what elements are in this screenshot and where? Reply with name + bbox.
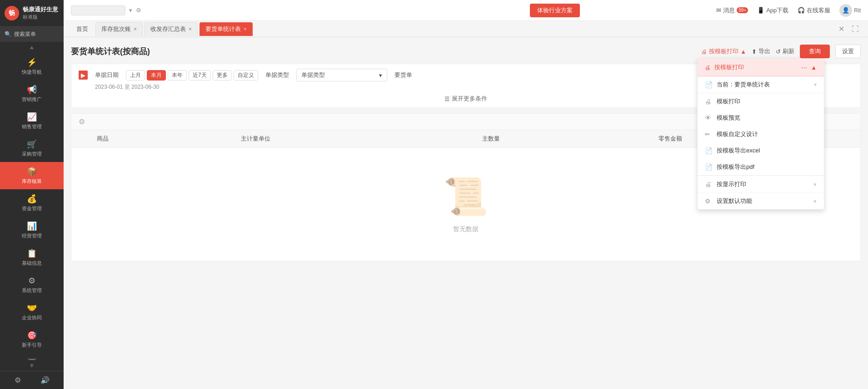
topbar-center: 体验行业方案	[394, 4, 716, 17]
tab-batch-account-close-icon[interactable]: ×	[134, 26, 137, 32]
date-btn-last-month[interactable]: 上月	[126, 70, 145, 81]
date-btn-more[interactable]: 更多	[213, 70, 232, 81]
collab-label: 企业协同	[22, 314, 42, 321]
query-btn[interactable]: 查询	[800, 45, 830, 58]
sidebar-item-basic[interactable]: 📋 基础信息	[0, 244, 64, 271]
sidebar-item-marketing[interactable]: 📢 营销推广	[0, 80, 64, 107]
win-expand-btn[interactable]: ⛶	[850, 24, 861, 34]
print-label: 按模板打印	[709, 47, 738, 56]
app-logo-icon: 畅	[5, 6, 19, 20]
speaker-bottom-icon[interactable]: 🔊	[40, 376, 50, 384]
operation-label: 经营管理	[22, 232, 42, 239]
default-func-left: ⚙ 设置默认功能	[705, 197, 752, 205]
system-label: 系统管理	[22, 287, 42, 294]
date-btn-custom[interactable]: 自定义	[234, 70, 258, 81]
dropdown-export-pdf[interactable]: 📄 按模板导出pdf	[698, 159, 824, 175]
dropdown-export-excel[interactable]: 📄 按模板导出excel	[698, 142, 824, 159]
template-design-icon: ✏	[705, 131, 712, 138]
settings-bottom-icon[interactable]: ⚙	[15, 376, 21, 384]
app-download-btn[interactable]: 📱 App下载	[757, 6, 788, 15]
refresh-btn[interactable]: ↺ 刷新	[776, 47, 794, 56]
date-btn-this-month[interactable]: 本月	[147, 70, 166, 81]
tab-order-stats[interactable]: 要货单统计表 ×	[200, 22, 253, 36]
dropdown-template-design[interactable]: ✏ 模板自定义设计	[698, 126, 824, 142]
user-name: Rit	[854, 7, 861, 14]
table-settings-icon[interactable]: ⚙	[79, 117, 85, 126]
export-icon: ⬆	[752, 48, 757, 55]
type-filter-select[interactable]: 单据类型 ▾	[296, 69, 387, 81]
sidebar-item-apps[interactable]: 🔲 应用中心	[0, 353, 64, 360]
dropdown-template-preview[interactable]: 👁 模板预览	[698, 110, 824, 126]
brand-name: 畅康通好生意	[23, 5, 58, 14]
app-download-label: App下载	[766, 6, 788, 15]
tab-receipt-summary-close-icon[interactable]: ×	[189, 26, 192, 32]
purchase-label: 采购管理	[22, 151, 42, 157]
sidebar-item-guide[interactable]: 🎯 新手引导	[0, 326, 64, 353]
print-icon: 🖨	[701, 48, 707, 55]
type-filter-value: 单据类型	[301, 71, 325, 79]
default-func-label: 设置默认功能	[717, 197, 752, 205]
settings-btn[interactable]: 设置	[835, 45, 861, 58]
breadcrumb-input[interactable]	[71, 5, 125, 15]
template-design-label: 模板自定义设计	[717, 130, 758, 138]
date-btn-this-year[interactable]: 本年	[168, 70, 187, 81]
sidebar-item-system[interactable]: ⚙ 系统管理	[0, 271, 64, 298]
online-service-label: 在线客服	[807, 6, 830, 15]
filter-expand-arrow[interactable]: ▶	[79, 71, 88, 80]
settings-topbar-icon[interactable]: ⚙	[136, 7, 141, 14]
expand-label: 展开更多条件	[452, 95, 487, 103]
dropdown-header[interactable]: 🖨 按模板打印 ⋯ ▲	[698, 59, 824, 76]
current-arrow-icon: ▾	[814, 81, 817, 88]
sidebar-item-sales[interactable]: 📈 销售管理	[0, 107, 64, 135]
export-pdf-icon: 📄	[705, 163, 712, 171]
marketing-icon: 📢	[27, 85, 37, 95]
tab-batch-account[interactable]: 库存批次账 ×	[95, 22, 143, 36]
sidebar-item-purchase[interactable]: 🛒 采购管理	[0, 135, 64, 162]
finance-icon: 💰	[27, 194, 37, 204]
user-area[interactable]: 👤 Rit	[839, 4, 861, 17]
tab-order-stats-close-icon[interactable]: ×	[244, 26, 247, 32]
dropdown-current-item[interactable]: 📄 当前：要货单统计表 ▾	[698, 76, 824, 93]
sidebar-search[interactable]: 🔍 搜索菜单	[0, 27, 64, 42]
scroll-down-btn[interactable]: ▼	[0, 360, 64, 371]
page-actions: 🖨 按模板打印 ▲ ⬆ 导出 ↺ 刷新 🖨	[701, 45, 861, 58]
dropdown-header-left: 🖨 按模板打印	[705, 63, 744, 71]
col-quantity: 主数量	[475, 130, 651, 148]
refresh-label: 刷新	[783, 47, 794, 56]
sidebar-item-inventory[interactable]: 📦 库存核算	[0, 162, 64, 189]
win-close-btn[interactable]: ✕	[837, 24, 846, 34]
dropdown-collapse-icon[interactable]: ▲	[811, 64, 817, 71]
operation-icon: 📊	[27, 221, 37, 231]
print-btn[interactable]: 🖨 按模板打印 ▲	[701, 47, 746, 56]
sidebar-item-finance[interactable]: 💰 资金管理	[0, 189, 64, 217]
sidebar-item-collab[interactable]: 🤝 企业协同	[0, 298, 64, 326]
dropdown-default-func[interactable]: ⚙ 设置默认功能 ▾	[698, 192, 824, 209]
export-btn[interactable]: ⬆ 导出	[752, 47, 770, 56]
messages-icon: ✉	[716, 7, 721, 14]
marketing-label: 营销推广	[22, 96, 42, 103]
messages-label: 消息	[723, 6, 735, 15]
print-dropdown: 🖨 按模板打印 ⋯ ▲ 📄 当前：要货单统计表 ▾	[697, 58, 824, 210]
guide-icon: 🎯	[27, 330, 37, 340]
inventory-icon: 📦	[27, 167, 37, 177]
tab-receipt-summary[interactable]: 收发存汇总表 ×	[145, 22, 198, 36]
tab-home[interactable]: 首页	[71, 22, 94, 36]
collab-icon: 🤝	[27, 303, 37, 313]
main-area: ▾ ⚙ 体验行业方案 ✉ 消息 99+ 📱 App下载 🎧 在线客服 👤	[64, 0, 868, 389]
trial-btn[interactable]: 体验行业方案	[530, 4, 580, 17]
sidebar-item-operation[interactable]: 📊 经营管理	[0, 217, 64, 244]
dropdown-display-print[interactable]: 🖨 按显示打印 ▾	[698, 176, 824, 192]
content-area: 要货单统计表(按商品) 🖨 按模板打印 ▲ ⬆ 导出 ↺ 刷新	[64, 37, 868, 389]
basic-label: 基础信息	[22, 260, 42, 267]
finance-label: 资金管理	[22, 205, 42, 212]
empty-text: 暂无数据	[453, 225, 479, 233]
messages-btn[interactable]: ✉ 消息 99+	[716, 6, 748, 15]
online-service-btn[interactable]: 🎧 在线客服	[798, 6, 830, 15]
dropdown-print-icon: 🖨	[705, 64, 711, 71]
dropdown-template-print[interactable]: 🖨 模板打印	[698, 93, 824, 110]
print-arrow-icon: ▲	[740, 48, 746, 55]
messages-badge: 99+	[737, 7, 748, 13]
date-btn-7days[interactable]: 近7天	[189, 70, 211, 81]
scroll-up-btn[interactable]: ▲	[0, 42, 64, 53]
sidebar-item-quick-nav[interactable]: ⚡ 快捷导航	[0, 53, 64, 80]
